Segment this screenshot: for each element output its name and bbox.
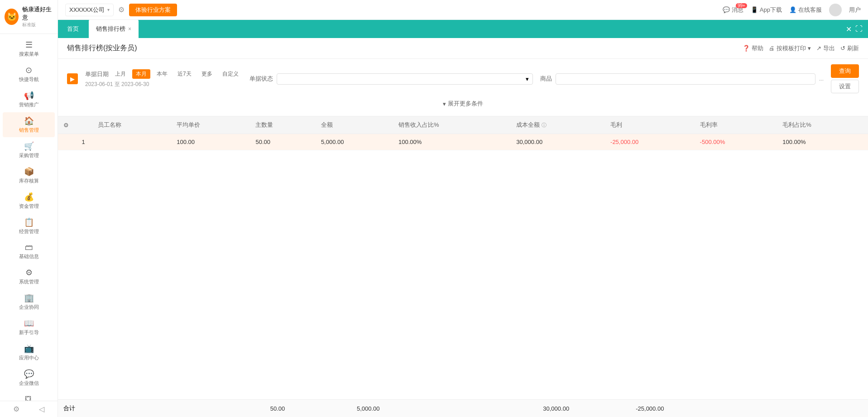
th-gross: 毛利: [605, 116, 695, 134]
sidebar-collapse-btn[interactable]: ◁: [39, 405, 44, 413]
header-settings-icon[interactable]: ⚙: [118, 5, 125, 14]
sidebar-label-purchase: 采购管理: [19, 152, 39, 159]
help-button[interactable]: ❓ 帮助: [743, 44, 763, 53]
tab-bar: 首页 销售排行榜 × ✕ ⛶: [58, 20, 868, 38]
tab-expand-btn[interactable]: ⛶: [855, 25, 863, 33]
sidebar-label-search: 搜索菜单: [19, 51, 39, 58]
help-icon: ❓: [743, 45, 750, 52]
message-button[interactable]: 💬 消息 99+: [723, 6, 743, 14]
settings-button[interactable]: 设置: [831, 80, 859, 93]
header-right: 💬 消息 99+ 📱 App下载 👤 在线客服 用户: [723, 4, 861, 16]
sidebar-item-system[interactable]: ⚙ 系统管理: [3, 264, 55, 289]
cost-info-icon[interactable]: ⓘ: [542, 122, 547, 128]
status-select[interactable]: ▾: [277, 73, 533, 85]
sidebar-item-purchase[interactable]: 🛒 采购管理: [3, 138, 55, 163]
date-option-7days[interactable]: 近7天: [174, 69, 195, 79]
expand-label: 展开更多条件: [448, 100, 483, 108]
tab-close-icon[interactable]: ×: [128, 26, 131, 32]
date-filter-row: 单据日期 上月 本月 本年 近7天 更多 自定义: [85, 69, 242, 79]
sidebar-settings-btn[interactable]: ⚙: [13, 405, 19, 413]
row-name: [92, 134, 171, 150]
footer-gross: -25,000.00: [578, 405, 673, 412]
sidebar-label-shortcut: 快捷导航: [19, 76, 39, 83]
table-header-row: ⚙ 员工名称 平均单价 主数量 全额: [58, 116, 868, 134]
th-cost: 成本全额 ⓘ: [511, 116, 605, 134]
experience-button[interactable]: 体验行业方案: [129, 4, 177, 16]
th-avg-price: 平均单价: [171, 116, 250, 134]
tab-home[interactable]: 首页: [58, 20, 88, 38]
sidebar-item-finance[interactable]: 💰 资金管理: [3, 188, 55, 213]
date-option-custom[interactable]: 自定义: [219, 69, 242, 79]
sidebar-item-member[interactable]: ⛋ 畅会员: [3, 391, 55, 401]
expand-down-icon: ▾: [443, 101, 446, 107]
message-badge: 99+: [736, 3, 747, 8]
online-service-label: 在线客服: [798, 6, 822, 14]
row-sales-pct: 100.00%: [393, 134, 511, 150]
app-download-button[interactable]: 📱 App下载: [751, 6, 782, 14]
th-sales-pct: 销售收入占比%: [393, 116, 511, 134]
sidebar-item-basic[interactable]: 🗃 基础信息: [3, 239, 55, 264]
goods-more-btn[interactable]: ...: [819, 76, 824, 82]
guide-icon: 📖: [24, 318, 34, 328]
print-label: 按模板打印: [777, 44, 806, 53]
sidebar-item-wechat[interactable]: 💬 企业微信: [3, 365, 55, 390]
export-label: 导出: [823, 44, 835, 53]
marketing-icon: 📢: [24, 91, 34, 101]
sidebar-item-apps[interactable]: 📺 应用中心: [3, 340, 55, 365]
date-option-more[interactable]: 更多: [198, 69, 216, 79]
footer-cost: 30,000.00: [484, 405, 578, 412]
th-settings: ⚙: [58, 116, 74, 134]
sidebar-label-inventory: 库存核算: [19, 177, 39, 184]
goods-input[interactable]: [556, 73, 815, 85]
date-option-last-month[interactable]: 上月: [111, 69, 129, 79]
export-button[interactable]: ↗ 导出: [816, 44, 835, 53]
sidebar-item-guide[interactable]: 📖 新手引导: [3, 315, 55, 340]
sidebar-label-enterprise: 企业协同: [19, 304, 39, 311]
home-tab-label: 首页: [67, 25, 79, 33]
row-gross-rate: -500.00%: [695, 134, 777, 150]
tab-controls: ✕ ⛶: [846, 25, 868, 34]
sidebar-item-inventory[interactable]: 📦 库存核算: [3, 163, 55, 188]
logo-icon: 🐱: [5, 9, 19, 25]
sidebar-item-shortcut[interactable]: ⊙ 快捷导航: [3, 62, 55, 86]
logo-title: 畅康通好生意: [22, 5, 53, 22]
company-selector[interactable]: XXXXXX公司 ▾: [65, 4, 114, 16]
date-filter-label: 单据日期: [85, 70, 109, 78]
user-name[interactable]: 用户: [849, 6, 861, 14]
purchase-icon: 🛒: [24, 141, 34, 151]
tab-sales-ranking[interactable]: 销售排行榜 ×: [89, 20, 139, 38]
sidebar-item-search[interactable]: ☰ 搜索菜单: [3, 36, 55, 61]
sidebar-label-marketing: 营销推广: [19, 101, 39, 108]
system-icon: ⚙: [25, 268, 33, 278]
sidebar-item-enterprise[interactable]: 🏢 企业协同: [3, 289, 55, 314]
footer-total-row: 合计 50.00 5,000.00 30,000.00 -25,000.00: [63, 404, 863, 412]
filter-toggle-btn[interactable]: ▶: [67, 73, 78, 84]
print-icon: 🖨: [769, 45, 775, 52]
print-dropdown-icon: ▾: [808, 45, 811, 52]
sidebar-item-marketing[interactable]: 📢 营销推广: [3, 87, 55, 112]
sidebar-item-operations[interactable]: 📋 经营管理: [3, 214, 55, 239]
sidebar: 🐱 畅康通好生意 标准版 ☰ 搜索菜单 ⊙ 快捷导航 📢 营销推广 🏠 销售管理…: [0, 0, 58, 417]
row-avg-price: 100.00: [171, 134, 250, 150]
company-name: XXXXXX公司: [69, 6, 105, 14]
refresh-button[interactable]: ↺ 刷新: [840, 44, 859, 53]
sidebar-label-guide: 新手引导: [19, 329, 39, 336]
search-menu-icon: ☰: [25, 40, 33, 50]
online-service-button[interactable]: 👤 在线客服: [789, 6, 822, 14]
date-option-current-month[interactable]: 本月: [132, 69, 150, 79]
date-range-text: 2023-06-01 至 2023-06-30: [85, 81, 242, 88]
th-rank: [74, 116, 92, 134]
expand-more-conditions-btn[interactable]: ▾ 展开更多条件: [440, 97, 486, 110]
inventory-icon: 📦: [24, 167, 34, 177]
date-option-current-year[interactable]: 本年: [153, 69, 171, 79]
filter-area: ▶ 单据日期 上月 本月 本年 近7天 更多 自定义: [58, 59, 868, 116]
sidebar-item-sales[interactable]: 🏠 销售管理: [3, 112, 55, 137]
tab-close-btn[interactable]: ✕: [846, 25, 852, 34]
print-button[interactable]: 🖨 按模板打印 ▾: [769, 44, 811, 53]
status-filter-label: 单据状态: [249, 75, 273, 83]
help-label: 帮助: [752, 44, 763, 53]
chevron-down-icon: ▾: [107, 7, 110, 12]
query-button[interactable]: 查询: [831, 64, 859, 78]
shortcut-icon: ⊙: [25, 65, 32, 75]
row-settings: [58, 134, 74, 150]
